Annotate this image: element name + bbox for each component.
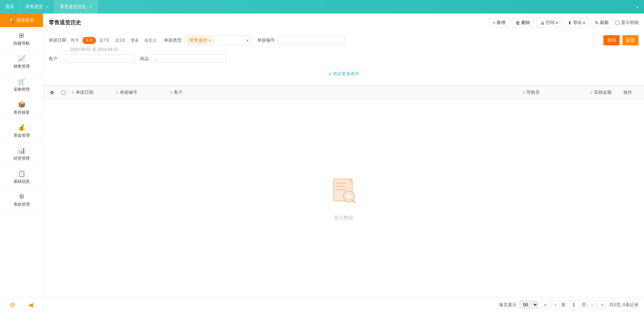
th-amount[interactable]: ⇅ 实销金额 <box>567 89 614 95</box>
tab-home[interactable]: 首页 <box>0 0 20 14</box>
settings-button[interactable]: 设置 <box>622 35 639 45</box>
sidebar-item-sales[interactable]: 📈 销售管理 <box>0 50 43 73</box>
query-button-label: 查询 <box>607 37 616 43</box>
sidebar-item-basic-info[interactable]: 📋 基础信息 <box>0 165 43 188</box>
pagination-bar: 每页显示 50 100 200 « ‹ 第 页 › » 共0页, 0条记录 <box>43 297 644 312</box>
date-btn-more[interactable]: 更多 <box>129 37 141 44</box>
doc-type-tag-text: 零售退货 <box>190 37 207 43</box>
display-detail-checkbox[interactable]: 显示明细 <box>615 20 639 26</box>
select-all-checkbox[interactable] <box>62 90 66 95</box>
goods-input[interactable] <box>151 54 226 63</box>
tab-home-label: 首页 <box>5 4 14 10</box>
table-header: ⚙ ⇅ 单据日期 ⇅ 单据编号 ⇅ 客户 ⇅ <box>43 86 644 99</box>
tab-retail-return-history-close[interactable]: × <box>90 4 92 9</box>
new-button[interactable]: + 新增 <box>489 18 509 28</box>
search-icon: 🔍 <box>9 18 15 23</box>
settings-icon: ⚙ <box>50 90 54 95</box>
table-select-all[interactable] <box>58 90 69 95</box>
window-close-button[interactable]: × <box>630 0 644 14</box>
delete-button[interactable]: 🗑 删除 <box>512 18 534 28</box>
sidebar-collapse-icon[interactable]: ◀ <box>28 301 33 309</box>
th-number-label: 单据编号 <box>120 89 137 95</box>
svg-line-6 <box>353 200 355 203</box>
page-title-row: 零售退货历史 + 新增 🗑 删除 🖨 打印 ▾ <box>49 18 639 28</box>
collapse-button[interactable]: ∧ 收起更多条件 <box>324 69 364 79</box>
filter-row-1: 单据日期 昨天 今天 近7天 近1月 更多 自定义 单据类型 <box>49 35 639 45</box>
th-amount-sort-icon: ⇅ <box>590 91 593 94</box>
collapse-up-icon: ∧ <box>328 71 332 76</box>
page-total: 共0页, 0条记录 <box>609 302 639 308</box>
refresh-button[interactable]: ↻ 刷新 <box>591 18 613 28</box>
date-btn-7days[interactable]: 近7天 <box>97 37 112 44</box>
sidebar-settings-icon[interactable]: ⚙ <box>10 301 15 309</box>
svg-rect-3 <box>336 189 347 191</box>
collapse-row: ∧ 收起更多条件 <box>49 66 639 83</box>
date-btn-today[interactable]: 今天 <box>82 37 96 44</box>
sidebar-item-inventory[interactable]: 📦 库存核算 <box>0 96 43 119</box>
doc-number-input[interactable] <box>278 36 345 45</box>
page-first-button[interactable]: « <box>541 300 550 309</box>
print-button[interactable]: 🖨 打印 ▾ <box>536 18 562 28</box>
tab-retail-return-close[interactable]: × <box>46 4 49 9</box>
svg-rect-2 <box>336 186 345 187</box>
date-btn-1month[interactable]: 近1月 <box>113 37 128 44</box>
page-number-input[interactable] <box>567 300 580 309</box>
customer-input[interactable] <box>60 54 135 63</box>
sidebar-item-finance[interactable]: 💰 资金管理 <box>0 119 43 142</box>
th-action-label: 操作 <box>623 89 632 95</box>
tab-retail-return[interactable]: 零售退货 × <box>20 0 54 14</box>
date-btn-custom[interactable]: 自定义 <box>142 37 159 44</box>
per-page-label: 每页显示 <box>499 302 517 308</box>
purchase-icon: 🛒 <box>18 78 25 85</box>
page-prev-button[interactable]: ‹ <box>551 300 560 309</box>
goods-filter: 商品 <box>140 54 226 63</box>
per-page-select[interactable]: 50 100 200 <box>519 300 538 309</box>
operations-icon: 📊 <box>18 147 25 154</box>
refresh-button-label: 刷新 <box>600 20 609 26</box>
sidebar-item-quicknav[interactable]: ⊞ 快捷导航 <box>0 27 43 50</box>
display-detail-input[interactable] <box>615 21 620 25</box>
main-layout: 🔍 搜索菜单 ⊞ 快捷导航 📈 销售管理 🛒 采购管理 📦 库存核算 💰 <box>0 14 644 312</box>
sidebar-item-operations-label: 经营管理 <box>14 156 30 161</box>
grid-icon: ⊞ <box>19 32 24 39</box>
sidebar-item-operations[interactable]: 📊 经营管理 <box>0 142 43 165</box>
tab-retail-return-history[interactable]: 零售退货历史 × <box>54 0 98 14</box>
system-icon: ⚙ <box>19 193 24 200</box>
doc-type-label: 单据类型 <box>164 37 182 43</box>
sidebar-item-purchase[interactable]: 🛒 采购管理 <box>0 73 43 96</box>
th-number[interactable]: ⇅ 单据编号 <box>113 89 167 95</box>
close-icon: × <box>636 4 639 9</box>
sidebar-item-purchase-label: 采购管理 <box>14 87 30 92</box>
export-button[interactable]: ⬆ 导出 ▾ <box>564 18 589 28</box>
sidebar-search-button[interactable]: 🔍 搜索菜单 <box>0 14 43 27</box>
page-title: 零售退货历史 <box>49 19 81 26</box>
th-customer[interactable]: ⇅ 客户 <box>167 89 520 95</box>
tab-bar: 首页 零售退货 × 零售退货历史 × <box>0 0 630 14</box>
th-date[interactable]: ⇅ 单据日期 <box>69 89 113 95</box>
table-settings-icon[interactable]: ⚙ <box>46 90 58 95</box>
export-icon: ⬆ <box>568 20 572 25</box>
settings-button-label: 设置 <box>626 37 635 43</box>
page-last-button[interactable]: » <box>598 300 606 309</box>
new-button-label: 新增 <box>497 20 505 26</box>
date-btn-yesterday[interactable]: 昨天 <box>69 37 81 44</box>
page-next-button[interactable]: › <box>588 300 596 309</box>
date-options-group: 昨天 今天 近7天 近1月 更多 自定义 <box>69 37 159 44</box>
info-icon: 📋 <box>18 170 25 177</box>
th-customer-label: 客户 <box>174 89 183 95</box>
doc-type-select[interactable]: 零售退货 × ▾ <box>184 35 252 45</box>
doc-type-tag-close[interactable]: × <box>209 38 211 43</box>
sidebar-search-label: 搜索菜单 <box>17 17 34 23</box>
th-guide[interactable]: ⇅ 导购员 <box>520 89 567 95</box>
doc-type-chevron-icon: ▾ <box>246 38 249 43</box>
sidebar-bottom: ⚙ ◀ <box>0 297 43 312</box>
customer-filter: 客户 <box>49 54 135 63</box>
query-button[interactable]: 查询 <box>603 35 620 45</box>
th-amount-label: 实销金额 <box>594 89 612 95</box>
delete-icon: 🗑 <box>516 20 520 25</box>
inventory-icon: 📦 <box>18 101 25 108</box>
sidebar-item-system[interactable]: ⚙ 系统管理 <box>0 188 43 211</box>
page-header: 零售退货历史 + 新增 🗑 删除 🖨 打印 ▾ <box>43 14 644 86</box>
plus-icon: + <box>493 20 495 25</box>
th-guide-label: 导购员 <box>526 89 540 95</box>
